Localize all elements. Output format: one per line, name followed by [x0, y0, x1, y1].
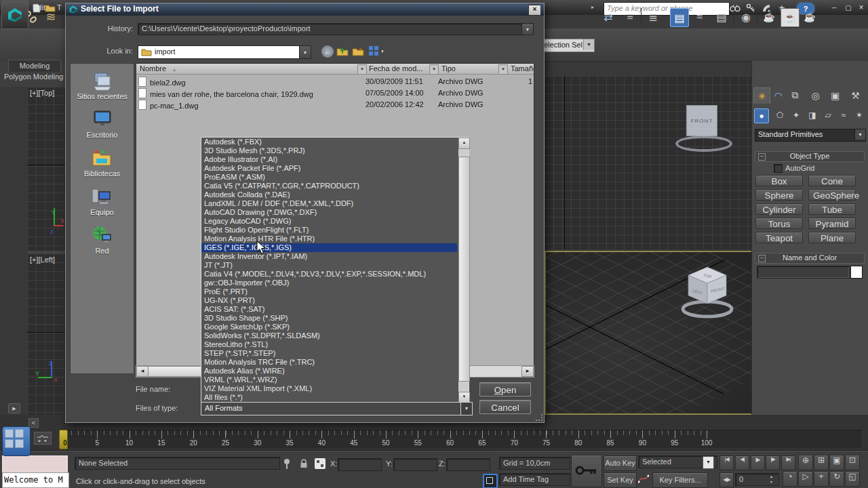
bind-to-space-warp-icon[interactable]: ≋ [42, 8, 60, 26]
history-dropdown[interactable]: C:\Users\Vicente\Desktop\proyectoProduct… [138, 23, 534, 35]
frame-spinner[interactable]: ▲ ▼ [768, 474, 774, 485]
window-close-button[interactable]: × [856, 3, 867, 12]
category-cameras-icon[interactable]: ◨ [806, 108, 819, 122]
zoom-extents-all-icon[interactable]: ⊡ [845, 455, 860, 470]
viewport-top-label[interactable]: [+][Top] [30, 89, 54, 97]
field-of-view-icon[interactable]: ▷ [798, 471, 813, 487]
orbit-icon[interactable]: ↻ [829, 471, 844, 487]
format-option[interactable]: Adobe Illustrator (*.AI) [201, 155, 457, 164]
format-option[interactable]: Motion Analysis TRC File (*.TRC) [201, 358, 457, 367]
place-libraries[interactable]: Bibliotecas [84, 148, 120, 178]
format-option[interactable]: Autodesk Inventor (*.IPT,*.IAM) [201, 252, 457, 261]
object-name-field[interactable] [757, 266, 850, 279]
chevron-down-icon[interactable]: ▼ [299, 46, 311, 58]
column-filter-icon[interactable]: ▼ [498, 64, 508, 75]
ribbon-expand-button[interactable]: ▶ [8, 403, 20, 413]
chevron-down-icon[interactable]: ▼ [703, 456, 714, 469]
primitive-button[interactable]: Cone [808, 175, 856, 186]
viewport-perspective[interactable]: TOP LEFT FRONT [545, 251, 753, 415]
viewport-left-label[interactable]: [+][Left] [30, 256, 55, 264]
file-row[interactable]: mies van der rohe, the barcelona chair, … [136, 88, 534, 98]
primitive-button[interactable]: Tube [808, 203, 856, 215]
previous-frame-button[interactable]: ◀| [735, 455, 749, 470]
view-menu-icon[interactable]: ▼ [368, 45, 384, 58]
time-configuration-icon[interactable]: ◔ [783, 471, 797, 487]
category-helpers-icon[interactable]: ▱ [821, 108, 835, 122]
scroll-up-icon[interactable]: ▲ [458, 138, 470, 149]
dialog-close-button[interactable]: × [528, 5, 541, 16]
resize-grip[interactable] [536, 414, 542, 421]
tab-modify[interactable]: ◠ [770, 87, 786, 103]
align-icon[interactable]: ≡ [621, 8, 639, 26]
column-header-size[interactable]: Tamaño [507, 64, 534, 73]
rollout-object-type[interactable]: − Object Type [755, 151, 865, 162]
key-filters-button[interactable]: Key Filters... [652, 472, 708, 488]
zoom-all-icon[interactable]: ⊞ [814, 455, 829, 470]
mirror-icon[interactable]: ⇄ [599, 8, 617, 26]
format-option[interactable]: Autodesk Alias (*.WIRE) [201, 367, 457, 375]
infocenter-expand-icon[interactable]: ▸ [591, 4, 594, 10]
collapse-icon[interactable]: − [758, 255, 766, 262]
format-option[interactable]: IGES (*.IGE,*.IGES,*.IGS) [201, 243, 457, 252]
ribbon-polygon-modeling-label[interactable]: Polygon Modeling [4, 73, 65, 81]
absolute-relative-toggle-icon[interactable] [314, 458, 326, 471]
open-button[interactable]: Open [479, 382, 531, 396]
rendered-frame-window-icon[interactable]: ☕ [760, 8, 778, 26]
format-option[interactable]: Catia V5 (*.CATPART,*.CGR,*.CATPRODUCT) [201, 182, 457, 190]
layer-manager-icon[interactable]: ≣ [644, 8, 662, 26]
z-coord-field[interactable] [446, 458, 490, 471]
timeline-ruler[interactable]: 0510152025303540455055606570758085909510… [65, 430, 861, 448]
category-lights-icon[interactable]: ✦ [789, 108, 803, 122]
format-option[interactable]: Legacy AutoCAD (*.DWG) [201, 217, 457, 226]
x-coord-field[interactable] [338, 458, 382, 471]
look-in-dropdown[interactable]: import ▼ [138, 45, 311, 59]
open-mini-curve-editor-icon[interactable] [34, 432, 52, 445]
format-option[interactable]: VIZ Material XML Import (*.XML) [201, 384, 457, 393]
tab-create[interactable]: ✳ [753, 87, 770, 104]
format-option[interactable]: ACIS SAT: (*.SAT) [201, 305, 457, 314]
category-spacewarps-icon[interactable]: ≈ [837, 108, 850, 122]
format-option[interactable]: Catia V4 (*.MODEL,*.DLV4,*.DLV3,*.DLV,*.… [201, 270, 457, 279]
primitive-button[interactable]: Teapot [755, 232, 803, 243]
chevron-down-icon[interactable]: ▼ [521, 24, 533, 35]
scroll-left-icon[interactable]: ◀ [136, 366, 149, 377]
add-time-tag[interactable]: Add Time Tag [499, 473, 570, 486]
tab-hierarchy[interactable]: ⧉ [787, 87, 803, 103]
up-one-level-icon[interactable] [336, 45, 349, 58]
tab-utilities[interactable]: ⚒ [848, 87, 863, 103]
isolate-selection-icon[interactable] [483, 474, 498, 488]
zoom-icon[interactable]: ⊕ [798, 455, 813, 470]
scroll-left-button[interactable]: < [28, 418, 39, 428]
selection-lock-pin-icon[interactable] [283, 458, 291, 471]
material-editor-icon[interactable]: ▤ [670, 8, 689, 27]
maxscript-mini-listener[interactable] [2, 455, 68, 473]
chevron-down-icon[interactable]: ▼ [583, 39, 594, 50]
chevron-down-icon[interactable]: ▼ [460, 403, 472, 415]
format-option[interactable]: 3D Studio Shape (*.SHP) [201, 314, 457, 323]
zoom-extents-icon[interactable]: ▣ [829, 455, 844, 470]
selection-lock-toggle-icon[interactable] [299, 458, 309, 470]
format-option[interactable]: Autodesk Collada (*.DAE) [201, 190, 457, 199]
file-row[interactable]: pc-mac_1.dwg 20/02/2006 12:42 Archivo DW… [136, 100, 534, 110]
format-option[interactable]: All files (*.*) [201, 393, 457, 402]
primitive-category-dropdown[interactable]: Standard Primitives ▼ [755, 129, 866, 142]
format-option[interactable]: Motion Analysis HTR File (*.HTR) [201, 235, 457, 243]
object-color-swatch[interactable] [850, 266, 863, 279]
rollout-name-and-color[interactable]: − Name and Color [755, 253, 865, 264]
primitive-button[interactable]: Plane [808, 232, 856, 243]
window-minimize-button[interactable]: ─ [829, 3, 840, 12]
viewport-layout-tabs-button[interactable] [2, 426, 31, 456]
tab-motion[interactable]: ◎ [808, 87, 823, 103]
file-row[interactable]: biela2.dwg 30/09/2009 11:51 Archivo DWG … [136, 77, 534, 87]
format-option[interactable]: JT (*.JT) [201, 261, 457, 270]
format-option[interactable]: SolidWorks (*.SLDPRT,*.SLDASM) [201, 331, 457, 340]
place-network[interactable]: Red [92, 225, 113, 255]
pan-view-icon[interactable]: + [814, 471, 829, 487]
set-key-button[interactable]: Set Key [604, 472, 637, 488]
go-to-end-button[interactable]: ▶| [781, 455, 795, 470]
column-header-name[interactable]: Nombre ▲ [136, 64, 359, 75]
autogrid-checkbox[interactable] [774, 164, 783, 173]
format-option[interactable]: StereoLitho (*.STL) [201, 340, 457, 349]
viewport-front[interactable]: FRONT [545, 76, 751, 249]
format-option[interactable]: UG-NX (*.PRT) [201, 296, 457, 305]
